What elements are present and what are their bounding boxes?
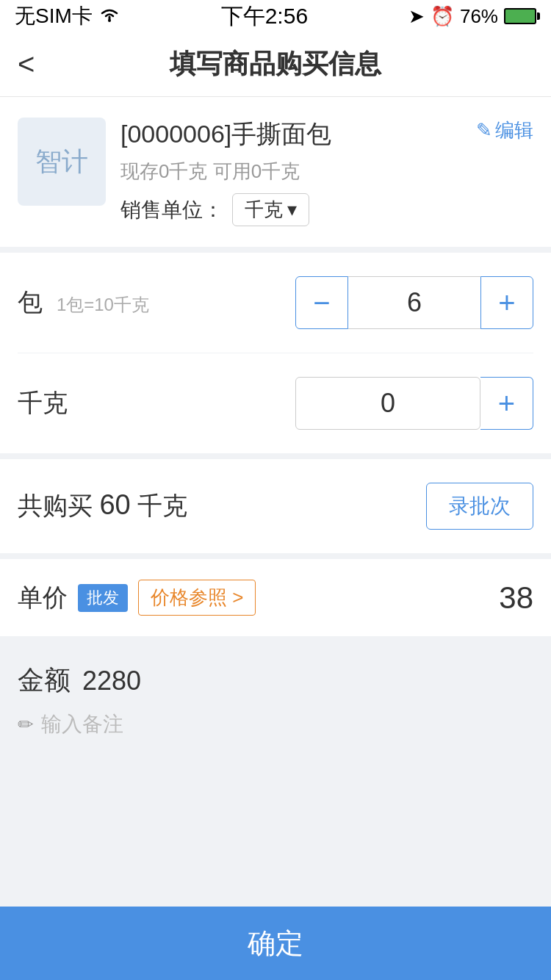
status-right: ➤ ⏰ 76%: [408, 5, 536, 28]
pencil-icon: ✏: [18, 713, 34, 736]
price-tag: 批发: [78, 584, 128, 612]
confirm-button[interactable]: 确定: [0, 907, 551, 980]
product-thumbnail: 智计: [18, 118, 106, 206]
unit-label: 销售单位：: [120, 196, 223, 224]
price-ref-button[interactable]: 价格参照 >: [138, 580, 256, 616]
status-bar: 无SIM卡 下午2:56 ➤ ⏰ 76%: [0, 0, 551, 32]
quantity-control-bao: − +: [295, 276, 533, 329]
label-bao: 包: [18, 288, 43, 316]
product-card: 智计 [0000006]手撕面包 ✎ 编辑 现存0千克 可用0千克 销售单位： …: [0, 97, 551, 253]
product-top-row: [0000006]手撕面包 ✎ 编辑: [120, 118, 533, 159]
product-name: [0000006]手撕面包: [120, 118, 331, 151]
total-unit: 千克: [137, 491, 187, 519]
product-logo: 智计: [35, 144, 88, 180]
quantity-section: 包 1包=10千克 − + 千克 +: [0, 253, 551, 453]
svg-point-0: [108, 19, 111, 22]
page-title: 填写商品购买信息: [170, 46, 381, 82]
battery-icon: [504, 8, 536, 24]
amount-row: 金额 2280: [18, 663, 533, 699]
price-label-row: 单价 批发 价格参照 >: [18, 580, 256, 616]
price-value: 38: [499, 580, 533, 616]
quantity-kg-input[interactable]: [295, 377, 480, 430]
product-info: [0000006]手撕面包 ✎ 编辑 现存0千克 可用0千克 销售单位： 千克 …: [120, 118, 533, 226]
status-left: 无SIM卡: [15, 2, 120, 30]
back-button[interactable]: <: [18, 48, 35, 81]
total-amount: 60: [99, 489, 130, 520]
location-icon: ➤: [408, 5, 425, 28]
edit-icon-symbol: ✎: [476, 119, 492, 142]
quantity-row-kg: 千克 +: [18, 353, 533, 453]
remark-placeholder: 输入备注: [41, 710, 123, 738]
amount-section: 金额 2280 ✏ 输入备注: [0, 642, 551, 750]
nav-bar: < 填写商品购买信息: [0, 32, 551, 97]
batch-button[interactable]: 录批次: [426, 483, 533, 530]
price-ref-label: 价格参照 >: [151, 585, 243, 610]
carrier-label: 无SIM卡: [15, 2, 93, 30]
quantity-label-kg: 千克: [18, 386, 68, 420]
unit-value: 千克: [245, 197, 283, 223]
price-label: 单价: [18, 581, 68, 615]
quantity-label-bao: 包 1包=10千克: [18, 286, 149, 320]
label-kg: 千克: [18, 389, 68, 417]
battery-percent: 76%: [460, 5, 498, 28]
amount-label: 金额: [18, 663, 71, 699]
increase-kg-button[interactable]: +: [480, 377, 533, 430]
quantity-row-bao: 包 1包=10千克 − +: [18, 253, 533, 353]
product-unit-row: 销售单位： 千克 ▾: [120, 193, 533, 226]
quantity-control-kg: +: [295, 377, 533, 430]
hint-bao: 1包=10千克: [57, 295, 149, 314]
increase-bao-button[interactable]: +: [480, 276, 533, 329]
wifi-icon: [98, 4, 120, 28]
total-row: 共购买 60 千克 录批次: [0, 453, 551, 559]
quantity-bao-input[interactable]: [348, 276, 480, 329]
total-text: 共购买 60 千克: [18, 489, 187, 523]
amount-value: 2280: [82, 666, 141, 696]
edit-button[interactable]: ✎ 编辑: [476, 118, 533, 143]
unit-select[interactable]: 千克 ▾: [232, 193, 309, 226]
price-section: 单价 批发 价格参照 > 38: [0, 559, 551, 642]
total-label: 共购买: [18, 491, 93, 519]
remark-row[interactable]: ✏ 输入备注: [18, 710, 533, 738]
decrease-bao-button[interactable]: −: [295, 276, 348, 329]
chevron-down-icon: ▾: [287, 198, 297, 221]
alarm-icon: ⏰: [431, 5, 454, 28]
product-stock: 现存0千克 可用0千克: [120, 159, 533, 184]
status-time: 下午2:56: [221, 1, 308, 32]
edit-label: 编辑: [495, 118, 533, 143]
